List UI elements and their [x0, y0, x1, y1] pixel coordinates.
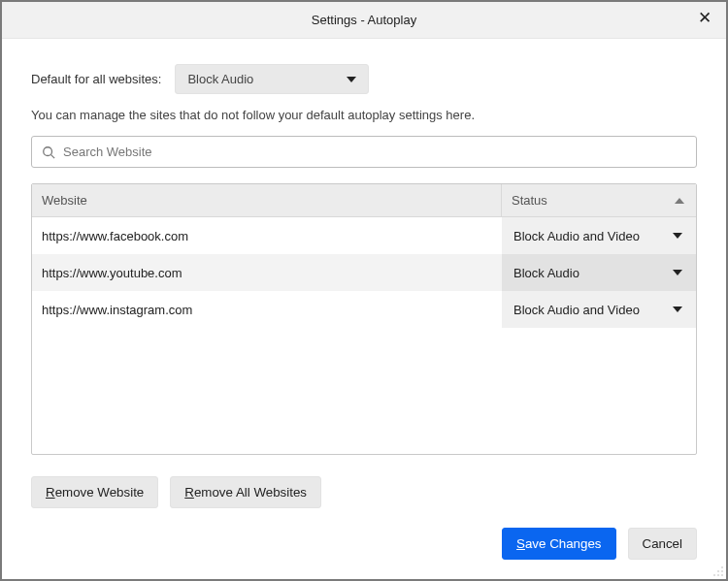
table-body: https://www.facebook.comBlock Audio and …	[32, 217, 696, 454]
cancel-button[interactable]: Cancel	[628, 528, 698, 560]
remove-all-websites-button[interactable]: Remove All Websites	[170, 476, 321, 508]
table-row[interactable]: https://www.instagram.comBlock Audio and…	[32, 291, 696, 328]
col-header-website-label: Website	[42, 193, 87, 208]
svg-point-7	[713, 574, 715, 576]
search-icon	[42, 145, 55, 159]
chevron-down-icon	[673, 270, 682, 275]
dialog-content: Default for all websites: Block Audio Yo…	[2, 39, 726, 579]
svg-point-4	[717, 570, 719, 572]
default-select-value: Block Audio	[187, 72, 253, 86]
search-container	[31, 136, 697, 168]
dialog-footer: Save Changes Cancel	[31, 528, 697, 560]
websites-table: Website Status https://www.facebook.comB…	[31, 183, 697, 455]
svg-point-0	[44, 146, 52, 155]
svg-point-2	[721, 566, 723, 568]
col-header-status-label: Status	[512, 193, 547, 208]
cell-status-select[interactable]: Block Audio and Video	[502, 217, 696, 254]
chevron-down-icon	[673, 307, 682, 312]
title-bar: Settings - Autoplay ✕	[2, 2, 726, 39]
svg-point-5	[721, 574, 723, 576]
table-row[interactable]: https://www.youtube.comBlock Audio	[32, 254, 696, 291]
close-icon[interactable]: ✕	[693, 8, 716, 31]
default-select[interactable]: Block Audio	[175, 64, 369, 94]
cell-status-value: Block Audio and Video	[513, 229, 640, 243]
remove-buttons-row: Remove Website Remove All Websites	[31, 476, 697, 508]
col-header-website[interactable]: Website	[32, 184, 502, 216]
resize-grip-icon[interactable]	[712, 565, 724, 577]
cell-status-select[interactable]: Block Audio	[502, 254, 696, 291]
cell-website: https://www.youtube.com	[32, 254, 502, 291]
svg-point-3	[721, 570, 723, 572]
sort-ascending-icon	[675, 198, 684, 204]
svg-point-6	[717, 574, 719, 576]
col-header-status[interactable]: Status	[502, 184, 696, 216]
cell-website: https://www.facebook.com	[32, 217, 502, 254]
search-input[interactable]	[63, 145, 686, 159]
remove-website-button[interactable]: Remove Website	[31, 476, 158, 508]
autoplay-settings-dialog: Settings - Autoplay ✕ Default for all we…	[0, 0, 728, 581]
chevron-down-icon	[347, 77, 356, 82]
cell-website: https://www.instagram.com	[32, 291, 502, 328]
cell-status-value: Block Audio and Video	[513, 303, 640, 317]
save-button[interactable]: Save Changes	[502, 528, 615, 560]
hint-text: You can manage the sites that do not fol…	[31, 108, 697, 122]
table-header: Website Status	[32, 184, 696, 217]
table-row[interactable]: https://www.facebook.comBlock Audio and …	[32, 217, 696, 254]
cell-status-select[interactable]: Block Audio and Video	[502, 291, 696, 328]
chevron-down-icon	[673, 233, 682, 239]
svg-line-1	[51, 154, 55, 158]
cell-status-value: Block Audio	[513, 266, 579, 280]
default-label: Default for all websites:	[31, 72, 161, 86]
dialog-title: Settings - Autoplay	[312, 13, 416, 27]
default-setting-row: Default for all websites: Block Audio	[31, 64, 697, 94]
